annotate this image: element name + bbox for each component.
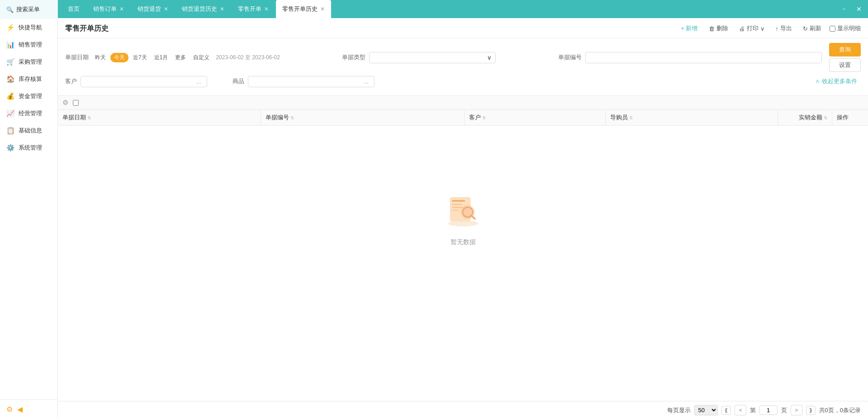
print-button[interactable]: 🖨 打印 ∨ (736, 23, 768, 34)
empty-text: 暂无数据 (451, 238, 476, 246)
product-filter-group: 商品 ... (232, 76, 375, 87)
col-salesperson[interactable]: 导购员 ⇅ (605, 110, 778, 126)
col-number-sort[interactable]: 单据编号 ⇅ (266, 113, 294, 122)
date-label: 单据日期 (65, 53, 89, 61)
settings-button[interactable]: 设置 (829, 58, 861, 72)
tab-bar-right: － ✕ (838, 4, 864, 14)
page-header: 零售开单历史 + 新增 🗑 删除 🖨 打印 ∨ ↑ 导出 (58, 18, 868, 38)
sort-icon-customer: ⇅ (482, 115, 486, 120)
sidebar-item-label: 基础信息 (19, 127, 42, 135)
delete-button[interactable]: 🗑 删除 (706, 23, 731, 34)
date-custom[interactable]: 自定义 (190, 53, 212, 62)
tab-bar: 首页 销售订单 ✕ 销货退货 ✕ 销货退货历史 ✕ 零售开单 ✕ 零售开单历史 … (58, 0, 868, 18)
display-detail-label: 显示明细 (837, 24, 861, 33)
next-page-btn[interactable]: ＞ (791, 405, 802, 415)
sort-icon-date: ⇅ (87, 115, 91, 120)
tab-home[interactable]: 首页 (62, 0, 86, 18)
tab-sales-return-history[interactable]: 销货退货历史 ✕ (175, 0, 231, 18)
sidebar-item-inventory[interactable]: 🏠 库存核算 (0, 71, 57, 88)
sidebar-item-quick-nav[interactable]: ⚡ 快捷导航 (0, 19, 57, 36)
display-detail-checkbox[interactable] (830, 26, 835, 32)
main-area: 首页 销售订单 ✕ 销货退货 ✕ 销货退货历史 ✕ 零售开单 ✕ 零售开单历史 … (58, 0, 868, 419)
page-suffix: 页 (781, 406, 787, 414)
col-date[interactable]: 单据日期 ⇅ (58, 110, 261, 126)
tab-sales-return-history-label: 销货退货历史 (182, 5, 217, 13)
collapse-icon[interactable]: ◀ (17, 405, 23, 414)
query-button[interactable]: 查询 (829, 43, 861, 56)
export-label: 导出 (780, 24, 792, 33)
sidebar-item-sales-mgmt[interactable]: 📊 销售管理 (0, 36, 57, 53)
sidebar-item-operations[interactable]: 📈 经营管理 (0, 105, 57, 122)
col-customer-sort[interactable]: 客户 ⇅ (469, 113, 486, 122)
col-amount-sort[interactable]: 实销金额 ⇅ (799, 113, 827, 122)
svg-rect-3 (452, 204, 462, 205)
close-btn[interactable]: ✕ (854, 5, 864, 14)
basic-info-icon: 📋 (6, 127, 15, 135)
col-amount[interactable]: 实销金额 ⇅ (778, 110, 832, 126)
date-yesterday[interactable]: 昨天 (92, 53, 109, 62)
finance-icon: 💰 (6, 92, 15, 100)
tab-sales-order-close[interactable]: ✕ (119, 6, 124, 12)
sidebar-bottom: ⚙ ◀ (0, 399, 57, 419)
col-customer-label: 客户 (469, 113, 481, 122)
doc-type-select[interactable]: ∨ (369, 52, 496, 63)
tab-retail-history-close[interactable]: ✕ (320, 6, 325, 12)
tab-sales-return[interactable]: 销货退货 ✕ (131, 0, 175, 18)
product-select[interactable]: ... (248, 76, 375, 87)
last-page-btn[interactable]: ⟫ (806, 406, 816, 415)
delete-label: 删除 (716, 24, 728, 33)
data-table: 单据日期 ⇅ 单据编号 ⇅ 客户 (58, 110, 868, 126)
sidebar-search[interactable]: 🔍 搜索采单 (0, 0, 57, 19)
refresh-button[interactable]: ↻ 刷新 (800, 23, 824, 34)
table-header-row: 单据日期 ⇅ 单据编号 ⇅ 客户 (58, 110, 868, 126)
tab-retail-history-label: 零售开单历史 (282, 5, 318, 13)
table-container: ⚙ 单据日期 ⇅ 单据编号 (58, 96, 868, 401)
col-action: 操作 (832, 110, 868, 126)
tab-retail-open-close[interactable]: ✕ (264, 6, 269, 12)
col-action-label: 操作 (837, 114, 849, 121)
sidebar-item-finance[interactable]: 💰 资金管理 (0, 88, 57, 105)
table-settings-icon[interactable]: ⚙ (62, 99, 68, 107)
per-page-select[interactable]: 50 10 20 100 (694, 405, 718, 415)
more-conditions-btn[interactable]: ∧ 收起更多条件 (811, 75, 861, 87)
minimize-btn[interactable]: － (838, 4, 850, 14)
page-input[interactable] (759, 405, 778, 415)
tab-sales-return-close[interactable]: ✕ (164, 6, 168, 12)
sidebar-item-purchase-mgmt[interactable]: 🛒 采购管理 (0, 53, 57, 71)
customer-select[interactable]: ... (81, 76, 207, 87)
print-arrow-icon: ∨ (760, 25, 765, 32)
date-today[interactable]: 今天 (110, 53, 128, 62)
tab-retail-history[interactable]: 零售开单历史 ✕ (276, 0, 331, 18)
first-page-btn[interactable]: ⟪ (721, 406, 731, 415)
display-detail-toggle[interactable]: 显示明细 (830, 24, 861, 33)
export-button[interactable]: ↑ 导出 (773, 23, 795, 34)
sidebar-item-system[interactable]: ⚙️ 系统管理 (0, 139, 57, 156)
col-date-sort[interactable]: 单据日期 ⇅ (62, 113, 91, 122)
doc-number-input[interactable] (585, 52, 822, 63)
date-1month[interactable]: 近1月 (152, 53, 171, 62)
filter-actions: 查询 设置 (829, 43, 861, 72)
select-all-checkbox[interactable] (73, 100, 79, 106)
date-shortcuts: 昨天 今天 近7天 近1月 更多 自定义 (92, 53, 212, 62)
sidebar-search-label: 搜索采单 (16, 5, 40, 14)
date-more[interactable]: 更多 (172, 53, 189, 62)
col-number-label: 单据编号 (266, 113, 289, 122)
filter-row-1: 单据日期 昨天 今天 近7天 近1月 更多 自定义 2023-06-02 至 2… (65, 43, 861, 72)
add-button[interactable]: + 新增 (678, 23, 700, 34)
sidebar: 🔍 搜索采单 ⚡ 快捷导航 📊 销售管理 🛒 采购管理 🏠 库存核算 💰 资金管… (0, 0, 58, 419)
customer-label: 客户 (65, 77, 77, 85)
settings-bottom-icon[interactable]: ⚙ (6, 405, 13, 414)
sort-icon-amount: ⇅ (824, 115, 827, 120)
col-customer[interactable]: 客户 ⇅ (465, 110, 605, 126)
sidebar-item-basic-info[interactable]: 📋 基础信息 (0, 122, 57, 139)
col-number[interactable]: 单据编号 ⇅ (261, 110, 465, 126)
date-7days[interactable]: 近7天 (130, 53, 150, 62)
tab-sales-order[interactable]: 销售订单 ✕ (87, 0, 130, 18)
prev-page-btn[interactable]: ＜ (735, 405, 746, 415)
date-range-text: 2023-06-02 至 2023-06-02 (216, 54, 280, 61)
tab-sales-return-label: 销货退货 (138, 5, 161, 13)
tab-sales-return-history-close[interactable]: ✕ (220, 6, 224, 12)
col-amount-label: 实销金额 (799, 113, 822, 122)
tab-retail-open[interactable]: 零售开单 ✕ (232, 0, 275, 18)
col-salesperson-sort[interactable]: 导购员 ⇅ (610, 113, 633, 122)
